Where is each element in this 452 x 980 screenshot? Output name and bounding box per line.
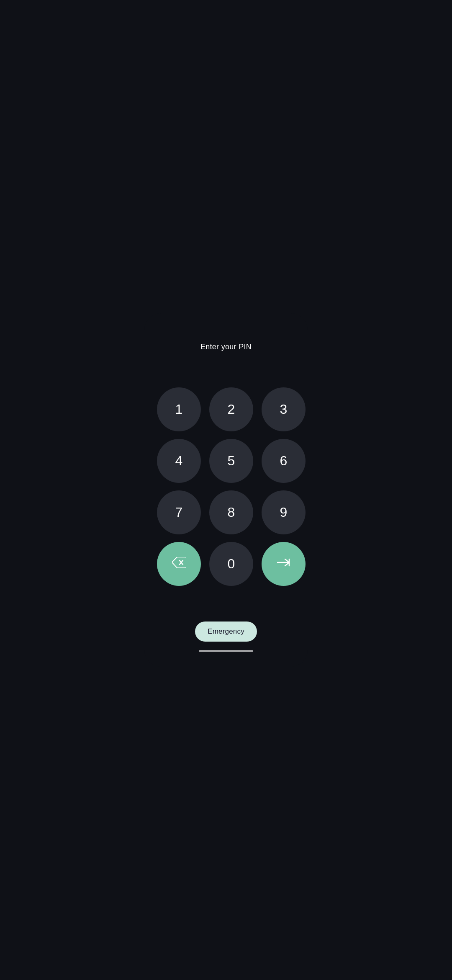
key-4[interactable]: 4 [157, 439, 201, 483]
key-9-label: 9 [280, 505, 288, 520]
backspace-icon [172, 557, 186, 570]
key-2[interactable]: 2 [209, 387, 253, 431]
key-8-label: 8 [228, 505, 235, 520]
key-6[interactable]: 6 [262, 439, 306, 483]
emergency-button[interactable]: Emergency [195, 622, 257, 642]
enter-icon [277, 557, 291, 570]
pin-title: Enter your PIN [200, 343, 252, 351]
keypad-area: 1 2 3 4 5 6 7 8 [144, 387, 308, 586]
key-backspace[interactable] [157, 542, 201, 586]
key-0[interactable]: 0 [209, 542, 253, 586]
key-5[interactable]: 5 [209, 439, 253, 483]
key-3-label: 3 [280, 402, 288, 417]
bottom-section: Emergency [195, 622, 257, 654]
key-6-label: 6 [280, 453, 288, 469]
key-4-label: 4 [175, 453, 183, 469]
home-indicator [199, 650, 253, 652]
key-7[interactable]: 7 [157, 490, 201, 534]
key-0-label: 0 [228, 556, 235, 572]
key-9[interactable]: 9 [262, 490, 306, 534]
keypad-grid: 1 2 3 4 5 6 7 8 [144, 387, 308, 586]
key-1-label: 1 [175, 402, 183, 417]
key-8[interactable]: 8 [209, 490, 253, 534]
key-1[interactable]: 1 [157, 387, 201, 431]
phone-screen: Enter your PIN 1 2 3 4 5 6 [144, 313, 308, 667]
key-3[interactable]: 3 [262, 387, 306, 431]
key-enter[interactable] [262, 542, 306, 586]
key-5-label: 5 [228, 453, 235, 469]
key-7-label: 7 [175, 505, 183, 520]
key-2-label: 2 [228, 402, 235, 417]
